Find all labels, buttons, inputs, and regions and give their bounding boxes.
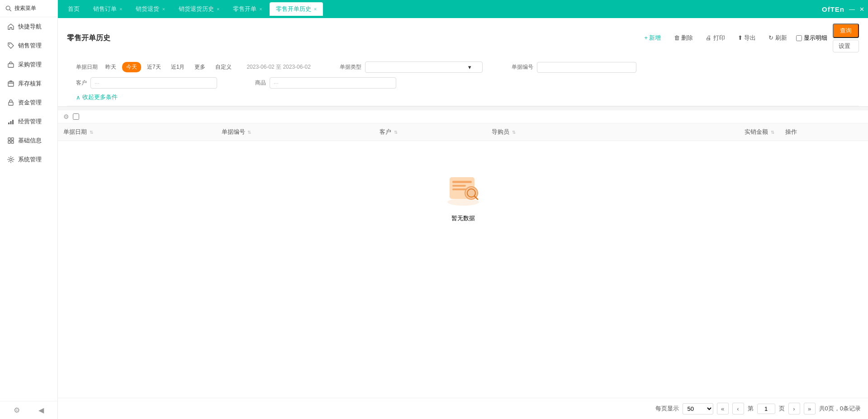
tab-bar-right: OfTEn — ✕ — [822, 5, 864, 13]
chevron-up-icon: ∧ — [76, 94, 81, 101]
table-header-row: 单据日期 ⇅ 单据编号 ⇅ 客户 ⇅ — [58, 123, 868, 141]
page-input[interactable] — [757, 404, 775, 414]
sidebar-bottom: ⚙ ◀ — [0, 401, 57, 419]
customer-filter-label: 客户 — [76, 79, 87, 87]
sidebar-item-basic-info[interactable]: 基础信息 — [0, 131, 57, 150]
goods-select-dots: ··· — [274, 80, 279, 86]
tab-retail-open[interactable]: 零售开单 × — [227, 2, 268, 16]
goods-filter: 商品 ··· — [255, 77, 396, 89]
customer-select-dots: ··· — [95, 80, 100, 86]
sidebar-item-label: 经营管理 — [18, 118, 42, 126]
sidebar-item-inventory[interactable]: 库存核算 — [0, 74, 57, 93]
date-custom[interactable]: 自定义 — [211, 62, 236, 72]
sidebar-search[interactable]: 搜索菜单 — [0, 0, 57, 17]
sidebar-item-label: 库存核算 — [18, 80, 42, 88]
toolbar: + 新增 🗑 删除 🖨 打印 ⬆ 导出 ↻ 刷新 显示明细 查询 设置 — [640, 24, 859, 52]
settings-bottom-icon[interactable]: ⚙ — [14, 406, 20, 414]
sidebar-item-system-mgmt[interactable]: 系统管理 — [0, 150, 57, 169]
table-config-icon[interactable]: ⚙ — [63, 113, 69, 120]
tab-sales-order[interactable]: 销售订单 × — [87, 2, 128, 16]
type-select[interactable]: ▾ — [365, 61, 483, 73]
col-number-label: 单据编号 — [222, 128, 245, 135]
minimize-icon[interactable]: — — [849, 6, 855, 13]
export-button[interactable]: ⬆ 导出 — [734, 32, 760, 44]
collapse-sidebar-icon[interactable]: ◀ — [38, 406, 44, 414]
sidebar-item-quick-nav[interactable]: 快捷导航 — [0, 17, 57, 36]
empty-icon — [441, 168, 486, 209]
last-page-btn[interactable]: » — [804, 403, 816, 414]
svg-rect-11 — [8, 141, 10, 143]
prev-page-btn[interactable]: ‹ — [732, 403, 744, 414]
tab-retail-history-close[interactable]: × — [314, 6, 317, 12]
date-today[interactable]: 今天 — [122, 62, 141, 72]
next-page-btn[interactable]: › — [788, 403, 800, 414]
brand-label: OfTEn — [822, 5, 844, 13]
display-detail-toggle[interactable]: 显示明细 — [796, 34, 827, 42]
display-detail-checkbox[interactable] — [796, 35, 802, 41]
delete-button[interactable]: 🗑 删除 — [670, 32, 697, 44]
page-header: 零售开单历史 + 新增 🗑 删除 🖨 打印 ⬆ 导出 ↻ 刷新 显示明细 查询 … — [58, 18, 868, 107]
tab-sales-return-close[interactable]: × — [162, 6, 165, 12]
date-more[interactable]: 更多 — [190, 62, 209, 72]
svg-rect-3 — [8, 64, 14, 67]
page-label: 第 — [748, 405, 754, 413]
col-salesperson-sort[interactable]: ⇅ — [512, 130, 516, 135]
display-detail-label: 显示明细 — [804, 34, 827, 42]
sidebar-item-purchase-mgmt[interactable]: 采购管理 — [0, 55, 57, 74]
filter-row-2: 客户 ··· 商品 ··· — [76, 77, 850, 89]
query-button[interactable]: 查询 — [833, 24, 859, 38]
col-date-sort[interactable]: ⇅ — [90, 130, 93, 135]
col-amount: 实销金额 ⇅ — [621, 123, 780, 141]
col-number: 单据编号 ⇅ — [216, 123, 375, 141]
tab-sales-return-history-close[interactable]: × — [217, 6, 219, 12]
date-7days[interactable]: 近7天 — [143, 62, 165, 72]
svg-rect-5 — [9, 102, 13, 105]
per-page-select[interactable]: 50 20 100 — [683, 403, 713, 414]
col-number-sort[interactable]: ⇅ — [247, 130, 251, 135]
svg-rect-16 — [452, 181, 472, 183]
main-area: 首页 销售订单 × 销货退货 × 销货退货历史 × 零售开单 × 零售开单历史 … — [58, 0, 868, 419]
tab-home[interactable]: 首页 — [62, 2, 86, 16]
table-area: ⚙ 单据日期 ⇅ 单据编号 ⇅ — [58, 110, 868, 419]
number-input[interactable] — [537, 62, 636, 73]
tab-retail-open-close[interactable]: × — [259, 6, 262, 12]
close-window-icon[interactable]: ✕ — [859, 6, 864, 13]
collapse-filter-label: 收起更多条件 — [82, 93, 118, 101]
sidebar-item-finance[interactable]: 资金管理 — [0, 93, 57, 112]
svg-rect-9 — [8, 138, 10, 140]
add-button[interactable]: + 新增 — [640, 32, 664, 44]
tab-sales-return[interactable]: 销货退货 × — [129, 2, 171, 16]
tab-sales-return-history[interactable]: 销货退货历史 × — [172, 2, 226, 16]
date-1month[interactable]: 近1月 — [167, 62, 189, 72]
col-customer-sort[interactable]: ⇅ — [394, 130, 398, 135]
tab-sales-return-label: 销货退货 — [136, 5, 159, 13]
customer-select[interactable]: ··· — [90, 77, 217, 89]
setting-button[interactable]: 设置 — [833, 40, 859, 52]
first-page-btn[interactable]: « — [717, 403, 729, 414]
customer-filter: 客户 ··· — [76, 77, 217, 89]
shop-icon — [7, 61, 14, 68]
tab-retail-history[interactable]: 零售开单历史 × — [270, 2, 323, 16]
sidebar-item-label: 采购管理 — [18, 61, 42, 69]
svg-rect-12 — [11, 141, 14, 143]
sidebar-item-label: 快捷导航 — [18, 23, 42, 31]
tab-sales-order-close[interactable]: × — [119, 6, 122, 12]
print-button[interactable]: 🖨 打印 — [702, 32, 729, 44]
date-yesterday[interactable]: 昨天 — [101, 62, 120, 72]
col-amount-label: 实销金额 — [745, 128, 768, 135]
sidebar-item-label: 资金管理 — [18, 99, 42, 107]
collapse-filter-btn[interactable]: ∧ 收起更多条件 — [76, 93, 850, 101]
refresh-button[interactable]: ↻ 刷新 — [765, 32, 791, 44]
table-wrapper: 单据日期 ⇅ 单据编号 ⇅ 客户 ⇅ — [58, 123, 868, 398]
filter-area: 单据日期 昨天 今天 近7天 近1月 更多 自定义 2023-06-02 至 2… — [67, 57, 859, 106]
date-range-display: 2023-06-02 至 2023-06-02 — [247, 63, 310, 71]
sidebar-item-label: 基础信息 — [18, 137, 42, 145]
col-amount-sort[interactable]: ⇅ — [771, 130, 774, 135]
date-buttons: 昨天 今天 近7天 近1月 更多 自定义 — [101, 62, 236, 72]
sidebar-item-biz-mgmt[interactable]: 经营管理 — [0, 112, 57, 131]
page-title: 零售开单历史 — [67, 33, 110, 43]
goods-select[interactable]: ··· — [270, 77, 396, 89]
sidebar-item-sales-mgmt[interactable]: 销售管理 — [0, 36, 57, 55]
select-all-checkbox[interactable] — [73, 113, 79, 120]
sidebar: 搜索菜单 快捷导航 销售管理 采购管理 — [0, 0, 58, 419]
